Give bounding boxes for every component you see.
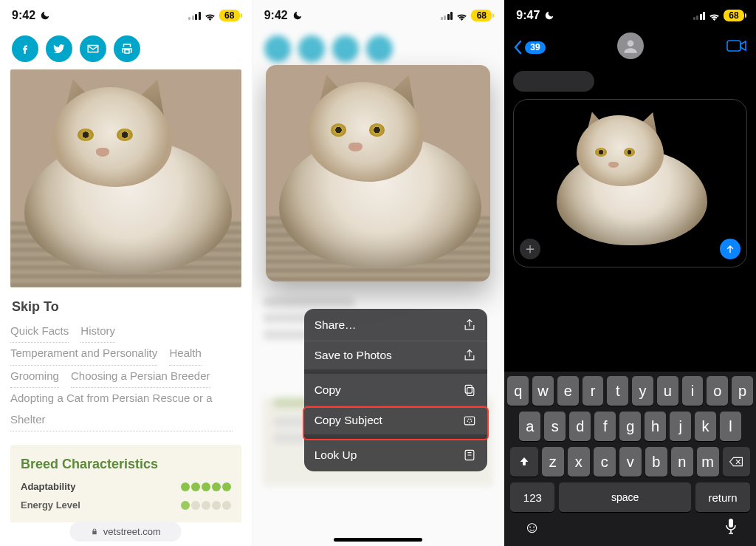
breed-characteristics-card: Breed Characteristics Adaptability Energ…: [10, 445, 241, 522]
skip-to-heading: Skip To: [12, 299, 241, 315]
status-time: 9:42: [264, 9, 288, 22]
context-item-label: Share…: [315, 318, 357, 332]
dictation-key[interactable]: [725, 518, 737, 539]
link-temperament[interactable]: Temperament and Personality: [10, 343, 157, 366]
link-quick-facts[interactable]: Quick Facts: [10, 321, 69, 344]
share-icon: [462, 318, 477, 332]
svg-rect-6: [727, 41, 740, 51]
focus-moon-icon: [40, 10, 50, 21]
messages-nav-bar: 39: [504, 31, 756, 64]
key-v[interactable]: v: [619, 447, 642, 477]
key-t[interactable]: t: [607, 376, 628, 406]
key-h[interactable]: h: [645, 412, 666, 441]
svg-rect-1: [466, 385, 472, 393]
key-u[interactable]: u: [657, 376, 678, 406]
key-q[interactable]: q: [507, 376, 529, 406]
battery-indicator: 68: [219, 10, 240, 21]
key-g[interactable]: g: [619, 412, 641, 441]
char-energy-rating: [181, 501, 231, 510]
svg-point-5: [627, 40, 633, 47]
numbers-key[interactable]: 123: [510, 482, 554, 512]
key-m[interactable]: m: [697, 447, 719, 477]
link-history[interactable]: History: [80, 321, 115, 344]
key-y[interactable]: y: [632, 376, 653, 406]
context-preview-image[interactable]: [266, 65, 491, 281]
status-bar: 9:42 68: [252, 0, 504, 31]
shift-key[interactable]: [510, 447, 537, 477]
back-button[interactable]: 39: [513, 40, 545, 55]
print-button[interactable]: [114, 35, 140, 62]
keyboard: qwertyuiop asdfghjkl zxcvbnm 123 space r…: [504, 372, 756, 546]
delete-key[interactable]: [723, 447, 750, 477]
home-indicator[interactable]: [334, 538, 422, 542]
focus-moon-icon: [292, 10, 303, 21]
copy-icon: [462, 383, 477, 397]
key-l[interactable]: l: [720, 412, 741, 441]
context-item-label: Copy: [315, 383, 341, 397]
char-energy-label: Energy Level: [21, 499, 80, 511]
context-item-look-up[interactable]: Look Up: [304, 439, 488, 471]
battery-indicator: 68: [724, 10, 744, 21]
wifi-icon: [708, 11, 721, 21]
lock-icon: [91, 528, 99, 536]
safari-url-label: vetstreet.com: [103, 526, 161, 537]
emoji-key[interactable]: ☺: [523, 518, 540, 539]
key-r[interactable]: r: [583, 376, 604, 406]
contact-avatar[interactable]: [617, 33, 644, 59]
key-o[interactable]: o: [707, 376, 728, 406]
key-e[interactable]: e: [557, 376, 579, 406]
key-c[interactable]: c: [594, 447, 616, 477]
context-item-label: Look Up: [315, 448, 357, 462]
incoming-message-bubble[interactable]: [513, 71, 594, 92]
space-key[interactable]: space: [559, 482, 691, 512]
link-grooming[interactable]: Grooming: [10, 366, 59, 389]
twitter-share-button[interactable]: [46, 35, 72, 62]
email-share-button[interactable]: [80, 35, 106, 62]
key-b[interactable]: b: [645, 447, 667, 477]
back-badge: 39: [525, 41, 545, 54]
key-s[interactable]: s: [544, 412, 566, 441]
key-f[interactable]: f: [594, 412, 616, 441]
look-up-icon: [462, 448, 477, 463]
safari-address-bar[interactable]: vetstreet.com: [70, 522, 182, 542]
key-j[interactable]: j: [670, 412, 691, 441]
svg-rect-7: [729, 519, 733, 528]
attachments-button[interactable]: ＋: [520, 239, 540, 259]
key-i[interactable]: i: [682, 376, 704, 406]
key-k[interactable]: k: [695, 412, 716, 441]
return-key[interactable]: return: [695, 482, 750, 512]
svg-rect-0: [467, 387, 474, 395]
char-adaptability-rating: [181, 482, 231, 491]
cellular-icon: [441, 11, 453, 20]
context-item-label: Save to Photos: [315, 349, 392, 362]
link-adopting[interactable]: Adopting a Cat from Persian Rescue or a …: [10, 388, 233, 431]
link-choosing[interactable]: Choosing a Persian Breeder: [71, 366, 210, 389]
annotation-highlight: [303, 406, 489, 440]
key-z[interactable]: z: [542, 447, 564, 477]
pasted-subject-image[interactable]: [546, 106, 714, 261]
context-item-share[interactable]: Share…: [304, 309, 488, 341]
context-item-save-to-photos[interactable]: Save to Photos: [304, 341, 488, 374]
key-x[interactable]: x: [568, 447, 590, 477]
link-health[interactable]: Health: [169, 343, 201, 366]
key-d[interactable]: d: [569, 412, 591, 441]
cellular-icon: [188, 11, 201, 20]
context-item-copy[interactable]: Copy: [304, 374, 488, 406]
char-adaptability-label: Adaptability: [21, 481, 75, 492]
facetime-button[interactable]: [726, 38, 747, 57]
status-time: 9:42: [12, 9, 35, 22]
send-button[interactable]: [720, 239, 740, 259]
key-a[interactable]: a: [519, 412, 540, 441]
skip-to-links: Quick Facts History Temperament and Pers…: [10, 321, 241, 432]
facebook-share-button[interactable]: [12, 35, 38, 62]
breed-card-title: Breed Characteristics: [21, 457, 231, 472]
message-compose-field[interactable]: ＋: [513, 99, 747, 267]
cellular-icon: [693, 11, 706, 20]
article-hero-image[interactable]: [10, 69, 241, 287]
context-menu: Share… Save to Photos Copy Copy Subject …: [304, 309, 488, 471]
key-p[interactable]: p: [732, 376, 753, 406]
key-n[interactable]: n: [671, 447, 693, 477]
status-bar: 9:47 68: [504, 0, 756, 31]
wifi-icon: [204, 11, 216, 21]
key-w[interactable]: w: [532, 376, 554, 406]
